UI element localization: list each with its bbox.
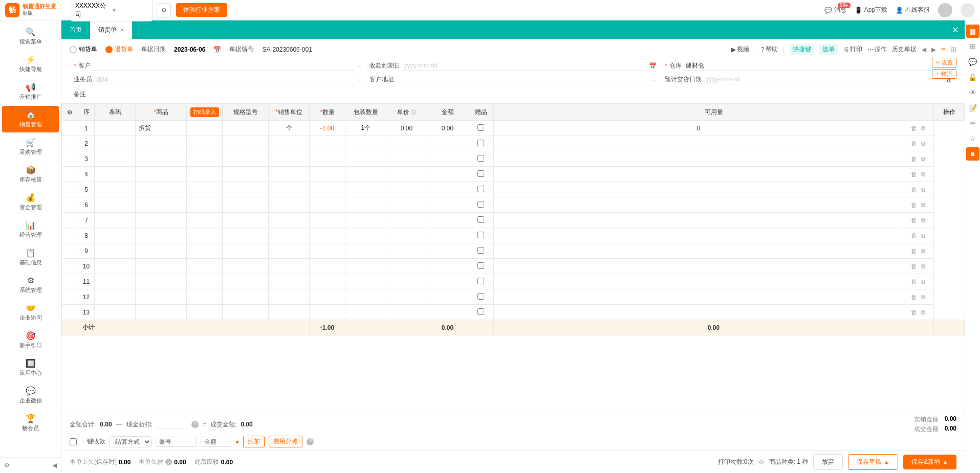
right-panel-edit[interactable]: ✏ bbox=[966, 117, 979, 130]
row-unit-3[interactable] bbox=[269, 167, 310, 182]
row-spec-9[interactable] bbox=[223, 259, 269, 274]
radio-sale[interactable]: 销货单 bbox=[70, 45, 97, 54]
sidebar-item-system[interactable]: ⚙ 系统管理 bbox=[2, 272, 59, 298]
right-panel-note[interactable]: 📝 bbox=[966, 101, 979, 115]
row-product-1[interactable] bbox=[136, 136, 187, 151]
row-pkg-5[interactable] bbox=[345, 197, 386, 213]
row-delete-icon-7[interactable]: 🗑 bbox=[911, 232, 917, 239]
row-delete-icon-0[interactable]: 🗑 bbox=[911, 125, 917, 132]
row-qty-3[interactable] bbox=[310, 167, 345, 182]
sidebar-item-guide[interactable]: 🎯 新手引导 bbox=[2, 327, 59, 353]
row-qty-8[interactable] bbox=[310, 243, 345, 259]
row-spec-3[interactable] bbox=[223, 167, 269, 182]
row-amount-2[interactable] bbox=[427, 151, 468, 167]
row-copy-icon-12[interactable]: ⧉ bbox=[921, 309, 926, 316]
row-barcode-0[interactable] bbox=[95, 121, 136, 136]
row-qty-12[interactable] bbox=[310, 305, 345, 320]
layout-list-icon[interactable]: ≡ bbox=[941, 46, 945, 54]
row-gift-12[interactable] bbox=[468, 305, 494, 320]
sidebar-item-basic[interactable]: 📋 基础信息 bbox=[2, 244, 59, 271]
row-barcode-8[interactable] bbox=[95, 243, 136, 259]
layout-grid-icon[interactable]: ⊞ bbox=[950, 46, 956, 54]
row-unit-8[interactable] bbox=[269, 243, 310, 259]
row-copy-icon-2[interactable]: ⧉ bbox=[921, 155, 926, 163]
row-pkg-3[interactable] bbox=[345, 167, 386, 182]
tab-close-icon[interactable]: ✕ bbox=[120, 27, 124, 33]
expense-btn[interactable]: 费用分摊 bbox=[269, 436, 302, 447]
company-selector[interactable]: XXXXXX公司 ▾ bbox=[71, 0, 153, 21]
row-unit-12[interactable] bbox=[269, 305, 310, 320]
discard-btn[interactable]: 放弃 bbox=[813, 454, 843, 470]
save-new-btn[interactable]: 保存&新增 ▲ bbox=[903, 455, 956, 469]
row-spec-11[interactable] bbox=[223, 289, 269, 305]
row-price-11[interactable] bbox=[386, 289, 427, 305]
row-price-8[interactable] bbox=[386, 243, 427, 259]
row-unit-0[interactable]: 个 bbox=[269, 121, 310, 136]
row-pkg-9[interactable] bbox=[345, 259, 386, 274]
row-delete-icon-1[interactable]: 🗑 bbox=[911, 140, 917, 147]
sidebar-item-sales[interactable]: 🏠 销售管理 bbox=[2, 106, 59, 132]
row-product-8[interactable] bbox=[136, 243, 187, 259]
row-spec-12[interactable] bbox=[223, 305, 269, 320]
row-gift-1[interactable] bbox=[468, 136, 494, 151]
row-gift-9[interactable] bbox=[468, 259, 494, 274]
right-panel-layout1[interactable]: ▤ bbox=[966, 25, 979, 38]
sidebar-item-enterprise[interactable]: 🤝 企业协同 bbox=[2, 299, 59, 326]
expected-date-input[interactable] bbox=[704, 75, 943, 84]
messages-btn[interactable]: 💬 消息 99+ bbox=[824, 6, 846, 14]
shortcut-btn[interactable]: 快捷键 bbox=[790, 44, 814, 55]
row-copy-icon-8[interactable]: ⧉ bbox=[921, 247, 926, 255]
row-gift-11[interactable] bbox=[468, 289, 494, 305]
row-price-5[interactable] bbox=[386, 197, 427, 213]
sidebar-item-appstore[interactable]: 🔲 应用中心 bbox=[2, 354, 59, 381]
row-qty-1[interactable] bbox=[310, 136, 345, 151]
row-price-9[interactable] bbox=[386, 259, 427, 274]
row-pkg-8[interactable] bbox=[345, 243, 386, 259]
row-price-6[interactable] bbox=[386, 213, 427, 228]
row-amount-3[interactable] bbox=[427, 167, 468, 182]
tab-sales-order[interactable]: 销货单 ✕ bbox=[90, 20, 132, 39]
row-gift-0[interactable] bbox=[468, 121, 494, 136]
row-qty-6[interactable] bbox=[310, 213, 345, 228]
actions-btn[interactable]: ⋯ 操作 bbox=[867, 45, 887, 54]
settle-method-select[interactable]: 结算方式 bbox=[110, 436, 151, 447]
row-amount-11[interactable] bbox=[427, 289, 468, 305]
row-qty-2[interactable] bbox=[310, 151, 345, 167]
row-unit-2[interactable] bbox=[269, 151, 310, 167]
row-delete-icon-4[interactable]: 🗑 bbox=[911, 186, 917, 193]
row-delete-icon-3[interactable]: 🗑 bbox=[911, 171, 917, 178]
service-btn[interactable]: 👤 在线客服 bbox=[896, 6, 930, 14]
row-spec-10[interactable] bbox=[223, 274, 269, 289]
row-barcode-12[interactable] bbox=[95, 305, 136, 320]
row-product-12[interactable] bbox=[136, 305, 187, 320]
employee-input[interactable] bbox=[94, 75, 354, 84]
customer-addr-expand-icon[interactable]: ··· bbox=[651, 76, 657, 83]
row-gift-2[interactable] bbox=[468, 151, 494, 167]
right-panel-msg[interactable]: 💬 bbox=[966, 55, 979, 69]
row-pkg-12[interactable] bbox=[345, 305, 386, 320]
row-barcode-9[interactable] bbox=[95, 259, 136, 274]
row-copy-icon-0[interactable]: ⧉ bbox=[921, 125, 926, 132]
row-gift-5[interactable] bbox=[468, 197, 494, 213]
row-delete-icon-11[interactable]: 🗑 bbox=[911, 294, 917, 301]
row-spec-7[interactable] bbox=[223, 228, 269, 243]
avatar2[interactable] bbox=[961, 3, 975, 17]
row-gift-10[interactable] bbox=[468, 274, 494, 289]
row-unit-5[interactable] bbox=[269, 197, 310, 213]
row-barcode-2[interactable] bbox=[95, 151, 136, 167]
sidebar-item-search[interactable]: 🔍 搜索菜单 bbox=[2, 23, 59, 50]
row-gift-7[interactable] bbox=[468, 228, 494, 243]
payment-checkbox[interactable] bbox=[70, 438, 77, 445]
row-product-4[interactable] bbox=[136, 182, 187, 197]
row-price-4[interactable] bbox=[386, 182, 427, 197]
row-barcode-5[interactable] bbox=[95, 197, 136, 213]
row-amount-10[interactable] bbox=[427, 274, 468, 289]
row-amount-7[interactable] bbox=[427, 228, 468, 243]
row-unit-11[interactable] bbox=[269, 289, 310, 305]
account-input[interactable] bbox=[156, 437, 197, 447]
row-copy-icon-6[interactable]: ⧉ bbox=[921, 217, 926, 224]
row-amount-0[interactable]: 0.00 bbox=[427, 121, 468, 136]
remark-input[interactable] bbox=[89, 89, 952, 99]
row-barcode-7[interactable] bbox=[95, 228, 136, 243]
right-panel-orange[interactable]: ■ bbox=[966, 147, 979, 161]
